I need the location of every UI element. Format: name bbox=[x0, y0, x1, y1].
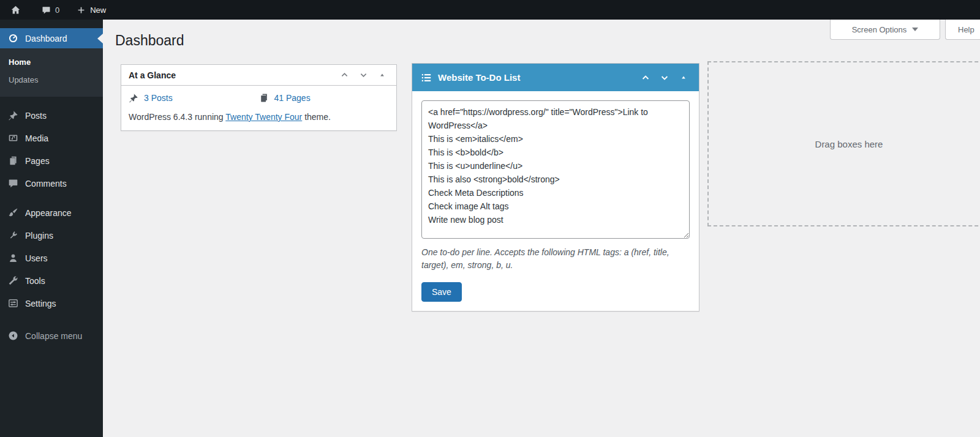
theme-link[interactable]: Twenty Twenty Four bbox=[225, 112, 302, 122]
help-label: Help bbox=[958, 25, 974, 34]
pages-link[interactable]: 41 Pages bbox=[274, 93, 311, 103]
sidebar-item-label: Settings bbox=[25, 299, 56, 308]
toggle-panel-button[interactable] bbox=[677, 71, 690, 84]
home-icon bbox=[10, 5, 21, 15]
sidebar-content-group: Posts Media Pages Comments bbox=[0, 104, 103, 195]
move-down-button[interactable] bbox=[658, 71, 671, 84]
sidebar-subitem-home[interactable]: Home bbox=[0, 53, 103, 71]
dashboard-submenu: Home Updates bbox=[0, 48, 103, 97]
plus-icon bbox=[77, 6, 86, 15]
sidebar-item-label: Plugins bbox=[25, 231, 53, 241]
sidebar-item-plugins[interactable]: Plugins bbox=[0, 224, 103, 247]
site-home-link[interactable] bbox=[5, 0, 26, 20]
sidebar-item-settings[interactable]: Settings bbox=[0, 292, 103, 315]
media-icon bbox=[8, 133, 18, 143]
save-button[interactable]: Save bbox=[421, 282, 462, 302]
sidebar-item-label: Appearance bbox=[25, 208, 72, 218]
chevron-up-icon bbox=[340, 70, 349, 80]
comment-count: 0 bbox=[55, 6, 59, 15]
sidebar-item-media[interactable]: Media bbox=[0, 127, 103, 149]
sidebar-item-label: Comments bbox=[25, 179, 67, 189]
posts-count: 3 Posts bbox=[129, 93, 259, 103]
comments-shortcut[interactable]: 0 bbox=[36, 0, 65, 20]
glance-counts-row: 3 Posts 41 Pages bbox=[129, 93, 389, 103]
admin-sidebar: Dashboard Home Updates Posts Media Pages… bbox=[0, 20, 103, 437]
at-a-glance-widget: At a Glance 3 Posts bbox=[121, 64, 397, 131]
sidebar-item-comments[interactable]: Comments bbox=[0, 172, 103, 195]
at-a-glance-body: 3 Posts 41 Pages WordPress 6.4.3 running… bbox=[121, 86, 396, 130]
move-up-button[interactable] bbox=[639, 71, 652, 84]
widget-title: At a Glance bbox=[129, 70, 176, 80]
chevron-down-icon bbox=[660, 73, 669, 83]
version-text: WordPress 6.4.3 running bbox=[129, 112, 225, 122]
move-up-button[interactable] bbox=[337, 69, 351, 82]
appearance-brush-icon bbox=[8, 207, 18, 218]
settings-sliders-icon bbox=[8, 298, 18, 308]
help-tab[interactable]: Help bbox=[945, 20, 980, 40]
sidebar-item-label: Media bbox=[25, 133, 48, 143]
plugins-icon bbox=[8, 230, 18, 241]
sidebar-item-label: Users bbox=[25, 253, 48, 263]
sidebar-item-tools[interactable]: Tools bbox=[0, 269, 103, 292]
todo-textarea[interactable]: <a href="https://wordpress.org/" title="… bbox=[421, 100, 690, 239]
screen-options-label: Screen Options bbox=[852, 25, 907, 34]
new-content-menu[interactable]: New bbox=[71, 0, 111, 20]
todo-list-widget: Website To-Do List <a href="https://word… bbox=[412, 63, 699, 312]
chevron-down-icon bbox=[912, 28, 918, 31]
pushpin-icon bbox=[8, 110, 18, 121]
sidebar-item-users[interactable]: Users bbox=[0, 247, 103, 269]
sidebar-item-pages[interactable]: Pages bbox=[0, 149, 103, 172]
collapse-menu-label: Collapse menu bbox=[25, 331, 82, 341]
pushpin-icon bbox=[129, 93, 138, 103]
sidebar-item-label: Tools bbox=[25, 276, 45, 286]
move-down-button[interactable] bbox=[356, 69, 370, 82]
pages-icon bbox=[8, 155, 18, 166]
sidebar-item-label: Dashboard bbox=[25, 34, 67, 43]
tools-wrench-icon bbox=[8, 275, 18, 286]
users-icon bbox=[8, 253, 18, 263]
sidebar-subitem-updates[interactable]: Updates bbox=[0, 71, 103, 89]
collapse-arrow-icon bbox=[8, 331, 18, 341]
comments-icon bbox=[8, 178, 18, 189]
triangle-up-icon bbox=[379, 72, 386, 79]
toggle-panel-button[interactable] bbox=[375, 69, 389, 82]
page-title: Dashboard bbox=[115, 32, 184, 49]
posts-link[interactable]: 3 Posts bbox=[144, 93, 173, 103]
dashboard-gauge-icon bbox=[8, 33, 18, 43]
new-label: New bbox=[90, 6, 106, 15]
collapse-menu-button[interactable]: Collapse menu bbox=[0, 324, 103, 347]
todo-title-wrap: Website To-Do List bbox=[421, 72, 520, 83]
chevron-down-icon bbox=[359, 70, 368, 80]
widget-controls bbox=[337, 69, 389, 82]
list-icon bbox=[421, 72, 432, 83]
sidebar-item-appearance[interactable]: Appearance bbox=[0, 201, 103, 224]
chevron-up-icon bbox=[641, 73, 650, 83]
at-a-glance-header: At a Glance bbox=[121, 65, 396, 86]
todo-help-note: One to-do per line. Accepts the followin… bbox=[421, 246, 690, 272]
sidebar-admin-group: Appearance Plugins Users Tools Settings bbox=[0, 201, 103, 315]
comment-bubble-icon bbox=[42, 6, 51, 15]
triangle-up-icon bbox=[680, 74, 687, 81]
pages-icon bbox=[259, 93, 269, 103]
screen-options-tab[interactable]: Screen Options bbox=[830, 20, 940, 40]
todo-widget-header: Website To-Do List bbox=[412, 64, 699, 91]
sidebar-item-label: Posts bbox=[25, 111, 47, 121]
wordpress-admin-screen: 0 New Dashboard Home Updates Posts Media bbox=[0, 0, 980, 437]
widget-controls bbox=[639, 71, 690, 84]
sidebar-item-label: Pages bbox=[25, 156, 50, 166]
pages-count: 41 Pages bbox=[259, 93, 390, 103]
widget-title: Website To-Do List bbox=[438, 72, 520, 83]
version-suffix: theme. bbox=[302, 112, 331, 122]
dashboard-drop-zone[interactable]: Drag boxes here bbox=[707, 61, 980, 226]
sidebar-item-dashboard[interactable]: Dashboard bbox=[0, 28, 103, 48]
drop-zone-label: Drag boxes here bbox=[815, 139, 883, 149]
admin-bar: 0 New bbox=[0, 0, 980, 20]
todo-widget-body: <a href="https://wordpress.org/" title="… bbox=[412, 91, 699, 311]
wordpress-version-line: WordPress 6.4.3 running Twenty Twenty Fo… bbox=[129, 112, 389, 122]
sidebar-item-posts[interactable]: Posts bbox=[0, 104, 103, 127]
